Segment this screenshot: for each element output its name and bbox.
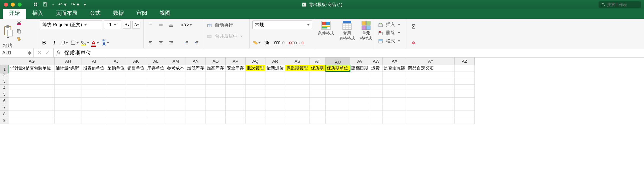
cell-AQ1[interactable]: 批次管理 [246,65,265,71]
cell-AK6[interactable] [126,98,146,104]
cell-AY3[interactable] [407,78,455,85]
cell-AN6[interactable] [186,98,206,104]
increase-indent-button[interactable] [192,38,201,47]
underline-button[interactable]: U [60,38,69,47]
cell-AM7[interactable] [166,104,186,111]
cut-icon[interactable] [16,21,22,27]
cell-AJ2[interactable] [106,71,126,78]
cell-AU6[interactable] [326,98,350,104]
cell-AO3[interactable] [206,78,226,85]
row-header-1[interactable]: 1 [0,65,9,73]
cell-AV8[interactable] [350,111,370,117]
close-window-button[interactable] [4,3,8,7]
cell-AS1[interactable]: 保质期管理 [285,65,310,71]
cell-AK5[interactable] [126,91,146,98]
cell-AI8[interactable] [82,111,106,117]
cell-AP7[interactable] [226,104,246,111]
cell-AP2[interactable] [226,71,246,78]
col-header-AK[interactable]: AK [126,58,146,65]
cell-AP9[interactable] [226,117,246,124]
cell-AT6[interactable] [310,98,326,104]
cell-AS4[interactable] [285,85,310,91]
cell-AL4[interactable] [146,85,166,91]
cell-AK8[interactable] [126,111,146,117]
tab-开始[interactable]: 开始 [3,8,26,19]
cell-AY9[interactable] [407,117,455,124]
cell-AK7[interactable] [126,104,146,111]
cell-AW8[interactable] [370,111,383,117]
cell-AT2[interactable] [310,71,326,78]
cell-AM2[interactable] [166,71,186,78]
col-header-AR[interactable]: AR [265,58,285,65]
tab-数据[interactable]: 数据 [107,8,130,19]
cell-AQ9[interactable] [246,117,265,124]
select-all-corner[interactable] [0,58,9,65]
cell-AW2[interactable] [370,71,383,78]
cell-AG9[interactable] [9,117,55,124]
cell-AW6[interactable] [370,98,383,104]
cell-AW4[interactable] [370,85,383,91]
cell-AO9[interactable] [206,117,226,124]
name-box-stepper[interactable] [28,51,31,55]
cell-AJ1[interactable]: 采购单位 [106,65,126,71]
row-header-3[interactable]: 3 [0,78,9,85]
cell-AP6[interactable] [226,98,246,104]
home-icon[interactable] [33,2,38,8]
cell-AG1[interactable]: 辅计量4是否包装单位 [9,65,55,71]
cell-AJ9[interactable] [106,117,126,124]
cell-AH6[interactable] [55,98,82,104]
cell-AS2[interactable] [285,71,310,78]
save-icon[interactable] [43,2,48,8]
tab-审阅[interactable]: 审阅 [130,8,153,19]
cell-AU4[interactable] [326,85,350,91]
cell-AH2[interactable] [55,71,82,78]
row-header-7[interactable]: 7 [0,104,9,111]
search-box[interactable] [599,1,641,8]
cell-AJ6[interactable] [106,98,126,104]
cell-AZ1[interactable] [455,65,475,71]
cell-AQ6[interactable] [246,98,265,104]
cell-AX8[interactable] [383,111,407,117]
cell-AU8[interactable] [326,111,350,117]
cell-AL6[interactable] [146,98,166,104]
cell-AR1[interactable]: 最新进价 [265,65,285,71]
cell-AM4[interactable] [166,85,186,91]
cell-AS6[interactable] [285,98,310,104]
tab-页面布局[interactable]: 页面布局 [49,8,84,19]
cell-AH8[interactable] [55,111,82,117]
cell-AT8[interactable] [310,111,326,117]
decrease-indent-button[interactable] [182,38,191,47]
row-header-5[interactable]: 5 [0,91,9,98]
cell-AY1[interactable]: 商品自定义项 [407,65,455,71]
cell-AN4[interactable] [186,85,206,91]
cell-AQ3[interactable] [246,78,265,85]
cell-AL9[interactable] [146,117,166,124]
cell-AO1[interactable]: 最高库存 [206,65,226,71]
cell-AO2[interactable] [206,71,226,78]
cell-AR8[interactable] [265,111,285,117]
cell-AW3[interactable] [370,78,383,85]
cell-AR3[interactable] [265,78,285,85]
decrease-decimal-button[interactable]: .00→.0 [293,38,302,47]
currency-button[interactable] [252,38,261,47]
maximize-window-button[interactable] [18,3,22,7]
cell-AI4[interactable] [82,85,106,91]
col-header-AY[interactable]: AY [407,58,455,65]
tab-视图[interactable]: 视图 [153,8,177,19]
increase-decimal-button[interactable]: .0→.00 [283,38,292,47]
col-header-AI[interactable]: AI [82,58,106,65]
cell-AY6[interactable] [407,98,455,104]
copy-icon[interactable] [16,28,22,35]
qat-customize-icon[interactable]: ▾ [84,2,86,7]
col-header-AJ[interactable]: AJ [106,58,126,65]
cell-AG7[interactable] [9,104,55,111]
cell-AH5[interactable] [55,91,82,98]
percent-button[interactable]: % [263,38,271,47]
conditional-format-button[interactable]: 条件格式 [318,21,334,36]
cell-AK2[interactable] [126,71,146,78]
col-header-AH[interactable]: AH [55,58,82,65]
cell-AO6[interactable] [206,98,226,104]
cell-AN1[interactable]: 最低库存 [186,65,206,71]
cell-AV9[interactable] [350,117,370,124]
col-header-AL[interactable]: AL [146,58,166,65]
